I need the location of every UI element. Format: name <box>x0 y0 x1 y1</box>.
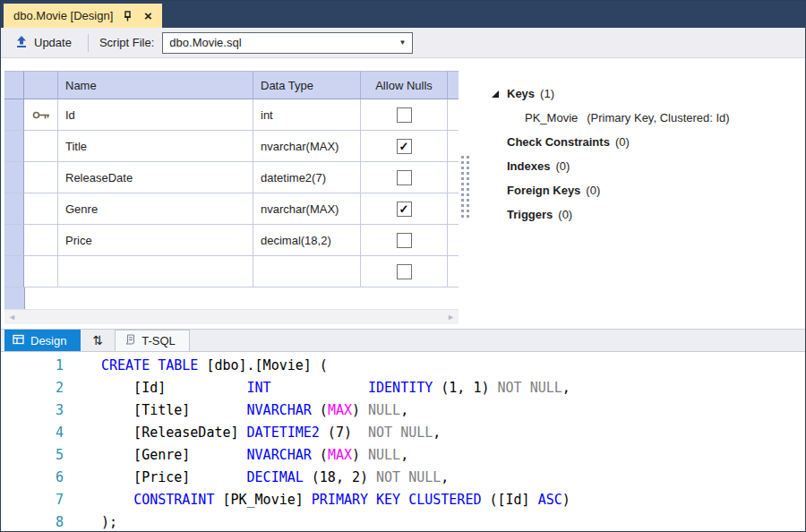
line-number: 1 <box>1 355 64 377</box>
tab-tsql[interactable]: T-SQL <box>115 330 190 351</box>
context-section: Triggers (0) <box>489 202 798 227</box>
row-icon-cell <box>24 193 58 225</box>
cell-type[interactable] <box>253 256 361 287</box>
context-section: Foreign Keys (0) <box>489 178 798 202</box>
code-line: 4 [ReleaseDate] DATETIME2 (7) NOT NULL, <box>1 422 805 444</box>
code-line-text: CREATE TABLE [dbo].[Movie] ( <box>101 357 328 373</box>
code-line-text: [Price] DECIMAL (18, 2) NOT NULL, <box>101 469 449 485</box>
cell-allow-nulls[interactable]: ✓ <box>361 131 448 162</box>
column-header-name[interactable]: Name <box>58 71 253 99</box>
grid-icon-header[interactable] <box>24 71 58 99</box>
expander-icon[interactable] <box>489 90 502 99</box>
context-section-count: (1) <box>540 87 554 100</box>
context-section-header[interactable]: Triggers (0) <box>489 202 798 227</box>
code-line: 3 [Title] NVARCHAR (MAX) NULL, <box>1 399 805 422</box>
pin-icon[interactable] <box>121 9 133 23</box>
row-icon-cell <box>24 131 58 162</box>
line-number: 6 <box>1 467 64 489</box>
cell-allow-nulls[interactable] <box>361 256 448 287</box>
cell-name[interactable]: Id <box>58 99 253 131</box>
table-row[interactable]: Price decimal(18,2) <box>4 225 459 256</box>
row-icon-cell <box>24 162 58 193</box>
row-indicator[interactable] <box>4 131 24 162</box>
allow-nulls-checkbox[interactable] <box>397 170 412 185</box>
context-section-header[interactable]: Check Constraints (0) <box>489 130 798 154</box>
code-line: 1CREATE TABLE [dbo].[Movie] ( <box>1 355 805 377</box>
cell-allow-nulls[interactable] <box>361 162 448 193</box>
allow-nulls-checkbox[interactable] <box>397 264 412 279</box>
context-section-header[interactable]: Keys (1) <box>489 82 798 106</box>
allow-nulls-checkbox[interactable]: ✓ <box>397 202 412 217</box>
table-row[interactable]: ReleaseDate datetime2(7) <box>4 162 459 193</box>
grid-corner-cell[interactable] <box>4 71 24 99</box>
chevron-down-icon: ▼ <box>399 39 406 47</box>
swap-panes-icon[interactable]: ⇅ <box>81 330 115 351</box>
table-row[interactable]: Title nvarchar(MAX) ✓ <box>4 131 459 162</box>
row-indicator[interactable] <box>4 225 24 256</box>
code-line-text: [Id] INT IDENTITY (1, 1) NOT NULL, <box>101 380 570 396</box>
script-file-dropdown[interactable]: dbo.Movie.sql ▼ <box>162 32 413 54</box>
context-child-item[interactable]: PK_Movie(Primary Key, Clustered: Id) <box>489 106 798 130</box>
context-section-label: Foreign Keys <box>507 184 580 197</box>
horizontal-scrollbar[interactable]: ◄ ► <box>4 309 459 324</box>
column-header-data-type[interactable]: Data Type <box>253 71 361 99</box>
panel-splitter[interactable] <box>461 156 464 219</box>
cell-allow-nulls[interactable]: ✓ <box>361 193 448 225</box>
code-line-text: CONSTRAINT [PK_Movie] PRIMARY KEY CLUSTE… <box>101 492 570 508</box>
column-header-allow-nulls[interactable]: Allow Nulls <box>361 71 448 99</box>
tab-design[interactable]: Design <box>4 330 81 351</box>
sql-script-icon <box>124 334 135 348</box>
cell-name[interactable]: ReleaseDate <box>58 162 253 193</box>
cell-type[interactable]: int <box>253 99 361 131</box>
context-section-header[interactable]: Indexes (0) <box>489 154 798 178</box>
code-line: 2 [Id] INT IDENTITY (1, 1) NOT NULL, <box>1 377 805 399</box>
context-child-detail: (Primary Key, Clustered: Id) <box>587 111 729 124</box>
cell-type[interactable]: datetime2(7) <box>253 162 361 193</box>
cell-type[interactable]: nvarchar(MAX) <box>253 193 361 225</box>
toolbar-separator <box>88 34 89 52</box>
allow-nulls-checkbox[interactable] <box>397 233 412 248</box>
cell-type[interactable]: nvarchar(MAX) <box>253 131 361 162</box>
cell-allow-nulls[interactable] <box>361 99 448 131</box>
allow-nulls-checkbox[interactable] <box>397 107 412 123</box>
line-number: 2 <box>1 377 64 399</box>
allow-nulls-checkbox[interactable]: ✓ <box>397 139 412 154</box>
primary-key-icon <box>32 110 50 120</box>
update-button[interactable]: Update <box>10 32 77 54</box>
context-section: Indexes (0) <box>489 154 798 178</box>
scroll-right-icon[interactable]: ► <box>447 313 455 322</box>
code-editor[interactable]: 1CREATE TABLE [dbo].[Movie] (2 [Id] INT … <box>1 353 805 531</box>
row-indicator[interactable] <box>4 193 24 225</box>
cell-name[interactable]: Title <box>58 131 253 162</box>
table-row[interactable]: Genre nvarchar(MAX) ✓ <box>4 193 459 225</box>
table-row[interactable]: Id int <box>4 99 459 131</box>
cell-type[interactable]: decimal(18,2) <box>253 225 361 256</box>
line-number: 5 <box>1 444 64 467</box>
doc-tab-dbo-movie-design[interactable]: dbo.Movie [Design] × <box>4 4 162 28</box>
row-indicator[interactable] <box>4 256 24 287</box>
context-section-header[interactable]: Foreign Keys (0) <box>489 178 798 202</box>
row-indicator[interactable] <box>4 162 24 193</box>
cell-name[interactable] <box>58 256 253 287</box>
bottom-tab-strip: Design ⇅ T-SQL <box>1 329 805 352</box>
row-indicator[interactable] <box>4 99 24 131</box>
cell-name[interactable]: Genre <box>58 193 253 225</box>
code-line-text: [ReleaseDate] DATETIME2 (7) NOT NULL, <box>101 425 441 441</box>
cell-overflow <box>448 131 459 162</box>
cell-name[interactable]: Price <box>58 225 253 256</box>
context-section-label: Indexes <box>507 159 550 173</box>
panel-splitter-grip[interactable] <box>467 156 469 219</box>
line-number: 8 <box>1 511 64 531</box>
table-row[interactable] <box>4 256 459 287</box>
cell-allow-nulls[interactable] <box>361 225 448 256</box>
update-arrow-icon <box>15 35 28 51</box>
context-section-children: PK_Movie(Primary Key, Clustered: Id) <box>489 106 798 130</box>
designer-toolbar: Update Script File: dbo.Movie.sql ▼ <box>1 28 805 58</box>
context-section: Check Constraints (0) <box>489 130 798 154</box>
scroll-left-icon[interactable]: ◄ <box>8 313 16 322</box>
close-icon[interactable]: × <box>141 9 154 23</box>
update-button-label: Update <box>34 36 72 49</box>
code-line-text: [Title] NVARCHAR (MAX) NULL, <box>101 402 408 418</box>
grid-empty-area <box>4 287 459 309</box>
row-icon-cell <box>24 256 58 287</box>
